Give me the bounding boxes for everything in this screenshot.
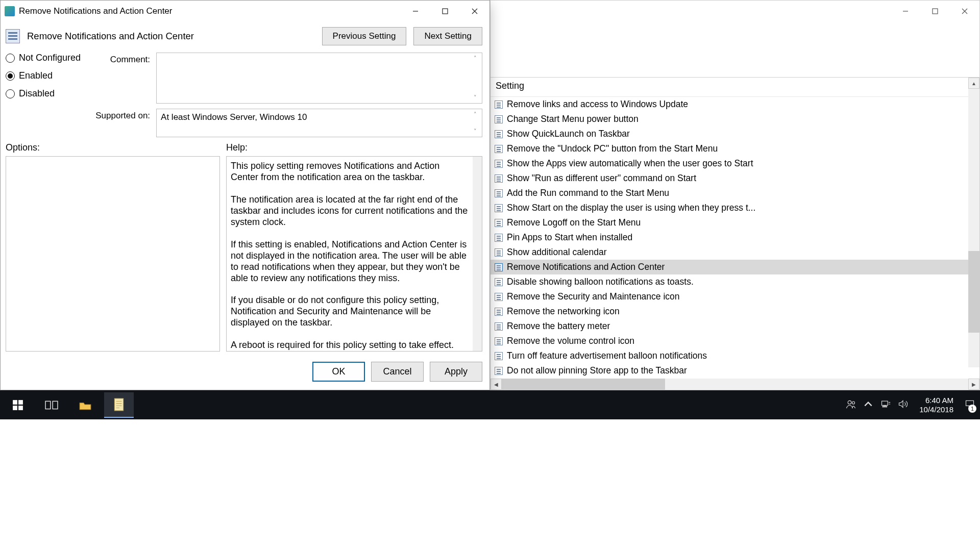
setting-icon <box>495 293 503 301</box>
list-item[interactable]: Show Start on the display the user is us… <box>491 201 979 215</box>
file-explorer-button[interactable] <box>70 392 100 418</box>
svg-rect-7 <box>53 401 58 409</box>
list-item[interactable]: Remove the Security and Maintenance icon <box>491 289 979 304</box>
svg-rect-6 <box>45 401 51 409</box>
list-item[interactable]: Remove Logoff on the Start Menu <box>491 215 979 230</box>
radio-disabled[interactable]: Disabled <box>6 88 81 99</box>
back-minimize-button[interactable] <box>891 1 920 22</box>
setting-icon <box>495 174 503 183</box>
list-item[interactable]: Remove the networking icon <box>491 304 979 319</box>
policy-settings-dialog: Remove Notifications and Action Center R… <box>0 0 490 390</box>
radio-icon <box>6 54 15 63</box>
setting-icon <box>495 367 503 375</box>
list-item-label: Remove the volume control icon <box>507 335 634 347</box>
list-item[interactable]: Remove links and access to Windows Updat… <box>491 97 979 112</box>
comment-label: Comment: <box>89 53 150 104</box>
next-setting-button[interactable]: Next Setting <box>413 27 482 45</box>
start-button[interactable] <box>3 392 33 418</box>
people-icon[interactable] <box>846 399 856 411</box>
list-item[interactable]: Remove the "Undock PC" button from the S… <box>491 141 979 156</box>
ok-button[interactable]: OK <box>312 362 365 382</box>
list-item-label: Show additional calendar <box>507 246 607 259</box>
list-item[interactable]: Show QuickLaunch on Taskbar <box>491 127 979 141</box>
dialog-title-icon <box>5 6 15 16</box>
setting-icon <box>495 337 503 345</box>
list-item-label: Change Start Menu power button <box>507 113 639 126</box>
help-scrollbar[interactable] <box>473 157 482 351</box>
list-horizontal-scrollbar[interactable]: ◀ ▶ <box>491 379 979 390</box>
list-item[interactable]: Change Start Menu power button <box>491 112 979 127</box>
setting-icon <box>495 263 503 271</box>
setting-icon <box>495 234 503 242</box>
list-item[interactable]: Show the Apps view automatically when th… <box>491 156 979 171</box>
list-column-header[interactable]: Setting ▲ <box>491 78 979 97</box>
scroll-right-icon[interactable]: ▶ <box>968 379 979 390</box>
blank-area <box>0 419 980 551</box>
setting-icon <box>495 308 503 316</box>
list-item[interactable]: Remove the battery meter <box>491 319 979 334</box>
svg-rect-8 <box>114 398 123 411</box>
minimize-button[interactable] <box>401 1 430 22</box>
close-button[interactable] <box>460 1 489 22</box>
chevron-up-icon: ˄ <box>474 111 481 118</box>
back-maximize-button[interactable] <box>920 1 950 22</box>
help-text: This policy setting removes Notification… <box>226 156 482 352</box>
gpedit-task-button[interactable] <box>104 392 134 418</box>
options-label: Options: <box>6 142 220 153</box>
list-item[interactable]: Do not allow pinning Store app to the Ta… <box>491 363 979 378</box>
list-item-label: Show QuickLaunch on Taskbar <box>507 128 630 140</box>
svg-point-10 <box>852 402 855 404</box>
list-item-label: Remove the Security and Maintenance icon <box>507 290 680 303</box>
list-item[interactable]: Pin Apps to Start when installed <box>491 230 979 245</box>
supported-label: Supported on: <box>89 109 150 137</box>
dialog-titlebar[interactable]: Remove Notifications and Action Center <box>1 1 489 22</box>
previous-setting-button[interactable]: Previous Setting <box>322 27 407 45</box>
tray-overflow-icon[interactable] <box>863 399 873 411</box>
supported-value: At least Windows Server, Windows 10 <box>161 112 307 122</box>
setting-icon <box>495 115 503 123</box>
list-item[interactable]: Disable showing balloon notifications as… <box>491 274 979 289</box>
comment-textbox[interactable]: ˄ ˅ <box>156 53 482 104</box>
svg-rect-5 <box>18 406 23 410</box>
chevron-down-icon: ˅ <box>474 94 481 101</box>
list-item-label: Pin Apps to Start when installed <box>507 231 632 244</box>
action-center-button[interactable] <box>965 399 975 411</box>
cancel-button[interactable]: Cancel <box>371 362 424 382</box>
setting-icon <box>495 189 503 197</box>
task-view-button[interactable] <box>37 392 66 418</box>
radio-label: Not Configured <box>19 53 81 63</box>
svg-rect-3 <box>18 400 23 405</box>
radio-enabled[interactable]: Enabled <box>6 70 81 81</box>
radio-label: Enabled <box>19 70 53 81</box>
policy-name: Remove Notifications and Action Center <box>27 31 315 42</box>
list-item-label: Do not allow pinning Store app to the Ta… <box>507 364 687 377</box>
list-item-label: Add the Run command to the Start Menu <box>507 187 669 199</box>
apply-button[interactable]: Apply <box>430 362 482 382</box>
taskbar-time: 6:40 AM <box>919 396 953 405</box>
list-vertical-scrollbar[interactable]: ▲ <box>968 78 979 367</box>
scroll-left-icon[interactable]: ◀ <box>491 379 502 390</box>
list-item-label: Remove the networking icon <box>507 305 620 318</box>
list-item-label: Show "Run as different user" command on … <box>507 172 696 185</box>
list-item[interactable]: Add the Run command to the Start Menu <box>491 186 979 201</box>
chevron-up-icon: ˄ <box>474 55 481 62</box>
setting-icon <box>495 130 503 138</box>
volume-icon[interactable] <box>898 399 908 411</box>
taskbar-clock[interactable]: 6:40 AM 10/4/2018 <box>915 396 958 414</box>
radio-icon <box>6 71 15 81</box>
back-close-button[interactable] <box>950 1 979 22</box>
maximize-button[interactable] <box>430 1 460 22</box>
list-item[interactable]: Show "Run as different user" command on … <box>491 171 979 186</box>
list-item[interactable]: Show additional calendar <box>491 245 979 260</box>
radio-not-configured[interactable]: Not Configured <box>6 53 81 63</box>
list-item-label: Turn off feature advertisement balloon n… <box>507 349 707 362</box>
list-item[interactable]: Remove the volume control icon <box>491 334 979 348</box>
radio-icon <box>6 89 15 98</box>
scroll-up-icon[interactable]: ▲ <box>968 78 979 89</box>
list-item[interactable]: Turn off feature advertisement balloon n… <box>491 348 979 363</box>
gpedit-list-window: Setting ▲ Remove links and access to Win… <box>490 0 980 390</box>
supported-on-textbox: At least Windows Server, Windows 10 ˄ ˅ <box>156 109 482 137</box>
list-item[interactable]: Remove Notifications and Action Center <box>491 260 979 274</box>
network-icon[interactable] <box>880 399 891 411</box>
setting-icon <box>495 278 503 286</box>
